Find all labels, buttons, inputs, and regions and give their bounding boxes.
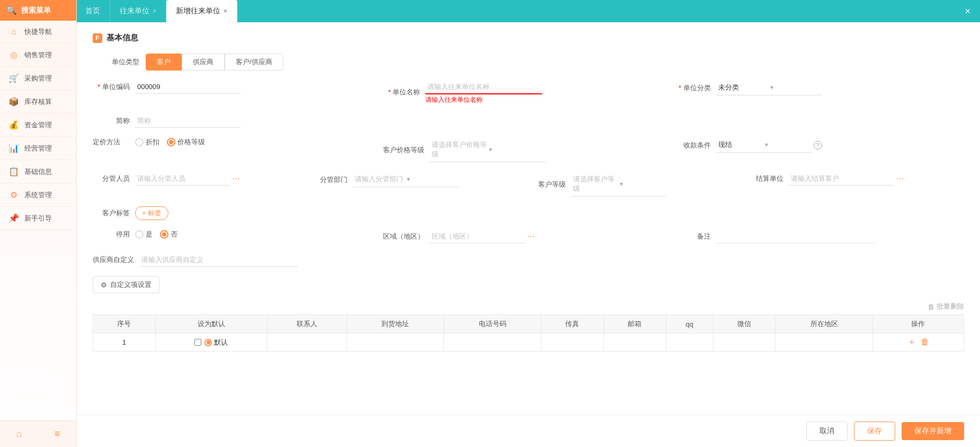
tab-units-close[interactable]: × [153, 7, 156, 15]
supplier-custom-input[interactable] [139, 253, 298, 267]
action-bar: 取消 保存 保存并新增 [77, 415, 980, 447]
row-checkbox[interactable] [194, 339, 201, 346]
disabled-yes-radio[interactable]: 是 [135, 230, 153, 239]
sales-icon: ◎ [8, 50, 19, 60]
sidebar-item-purchase[interactable]: 🛒 采购管理 [0, 67, 76, 90]
custom-settings-btn[interactable]: ⚙ 自定义项设置 [93, 276, 159, 293]
unit-category-select[interactable]: 未分类 ▾ [716, 80, 822, 95]
tab-units[interactable]: 往来单位 × [110, 0, 166, 22]
tab-units-label: 往来单位 [120, 6, 149, 16]
search-menu-btn[interactable]: 🔍 搜索菜单 [0, 0, 76, 21]
unit-btn-customer[interactable]: 客户 [146, 54, 182, 71]
row-default: 默认 [155, 334, 267, 352]
col-email: 邮箱 [603, 315, 666, 334]
tab-new-unit[interactable]: 新增往来单位 × [166, 0, 237, 22]
cancel-button[interactable]: 取消 [806, 422, 848, 441]
sidebar-item-purchase-label: 采购管理 [24, 74, 52, 83]
row-add-btn[interactable]: ＋ [906, 337, 917, 346]
batch-delete-btn[interactable]: 🗑 批量删除 [928, 302, 964, 311]
sidebar-item-quick-nav[interactable]: ⌂ 快捷导航 [0, 21, 76, 43]
sidebar-home-btn[interactable]: ⌂ [0, 425, 38, 443]
tabbar-close-btn[interactable]: × [959, 6, 976, 17]
sidebar-item-sales-label: 销售管理 [24, 50, 52, 60]
col-action: 操作 [872, 315, 964, 334]
batch-delete-icon: 🗑 [928, 303, 934, 311]
payment-term-select[interactable]: 现结 ▾ [716, 137, 812, 153]
custom-btn-label: 自定义项设置 [110, 280, 152, 290]
tab-home[interactable]: 首页 [81, 0, 110, 22]
sidebar-item-finance[interactable]: 💰 资金管理 [0, 113, 76, 137]
batch-delete-label: 批量删除 [937, 302, 964, 311]
row-region [776, 334, 872, 352]
dept-select[interactable]: 请输入分管部门 ▾ [353, 172, 459, 187]
field-unit-category: 单位分类 未分类 ▾ [674, 80, 964, 95]
unit-btn-supplier[interactable]: 供应商 [182, 54, 225, 71]
customer-level-label: 客户等级 [529, 180, 571, 189]
tag-btn-label: + 标签 [142, 208, 162, 218]
sidebar-item-operation-label: 经营管理 [24, 144, 52, 153]
payment-term-label: 收款条件 [674, 141, 716, 150]
manager-input[interactable] [135, 172, 230, 186]
area-dots-btn[interactable]: ··· [525, 232, 536, 241]
customer-price-level-arrow: ▾ [489, 146, 544, 153]
field-area: 区域（地区） ··· [383, 230, 673, 243]
row-default-radio[interactable] [204, 339, 212, 346]
sidebar: 🔍 搜索菜单 ⌂ 快捷导航 ◎ 销售管理 🛒 采购管理 📦 库存核算 💰 资金管… [0, 0, 77, 447]
unit-btn-both[interactable]: 客户/供应商 [225, 54, 283, 71]
save-button[interactable]: 保存 [854, 422, 895, 441]
pricing-discount-radio[interactable]: 折扣 [135, 137, 159, 147]
short-name-input[interactable] [135, 114, 241, 128]
sidebar-more-btn[interactable]: ≡ [38, 425, 76, 443]
form-row-1: 单位编码 单位名称 请输入往来单位名称 单位分类 未分类 ▾ [93, 80, 964, 104]
row-email [603, 334, 666, 352]
sidebar-item-guide[interactable]: 📌 新手引导 [0, 207, 76, 230]
settlement-unit-label: 结算单位 [746, 174, 789, 183]
settlement-unit-dots-btn[interactable]: ··· [895, 174, 906, 183]
disabled-yes-outer [135, 230, 144, 239]
save-new-button[interactable]: 保存并新增 [902, 422, 964, 440]
pricing-level-radio[interactable]: 价格等级 [167, 137, 205, 147]
field-unit-code: 单位编码 [93, 80, 383, 94]
settlement-unit-input[interactable] [789, 172, 895, 186]
payment-help-icon[interactable]: ? [814, 141, 822, 150]
tab-new-unit-close[interactable]: × [224, 7, 227, 15]
customer-price-level-placeholder: 请选择客户价格等级 [432, 140, 487, 159]
content-area: F 基本信息 单位类型 客户 供应商 客户/供应商 单位编码 单位名称 请输入往… [77, 22, 980, 415]
sidebar-item-system[interactable]: ⚙ 系统管理 [0, 183, 76, 207]
pricing-discount-radio-outer [135, 138, 144, 146]
row-delete-btn[interactable]: 🗑 [919, 337, 931, 346]
pricing-method-label: 定价方法 [93, 137, 135, 147]
unit-name-input[interactable] [425, 80, 542, 94]
customer-price-level-select[interactable]: 请选择客户价格等级 ▾ [430, 137, 546, 162]
sidebar-item-sales[interactable]: ◎ 销售管理 [0, 43, 76, 67]
sidebar-item-base-info[interactable]: 📋 基础信息 [0, 160, 76, 183]
unit-code-label: 单位编码 [93, 82, 135, 92]
disabled-no-inner [162, 232, 166, 236]
table-body: 1 默认 [93, 334, 964, 352]
inventory-icon: 📦 [8, 97, 19, 107]
payment-term-value: 现结 [718, 140, 763, 150]
pricing-radio-group: 折扣 价格等级 [135, 137, 205, 147]
form-row-3: 定价方法 折扣 价格等级 客户价格等级 [93, 137, 964, 162]
sidebar-item-quick-nav-label: 快捷导航 [24, 27, 52, 37]
section-icon: F [93, 33, 102, 43]
sidebar-item-operation[interactable]: 📊 经营管理 [0, 137, 76, 160]
field-manager: 分管人员 ··· [93, 172, 310, 186]
unit-code-input[interactable] [135, 80, 241, 94]
customer-level-select[interactable]: 请选择客户等级 ▾ [571, 172, 666, 197]
disabled-no-radio[interactable]: 否 [160, 230, 177, 239]
tab-home-label: 首页 [85, 6, 100, 16]
add-tag-btn[interactable]: + 标签 [135, 206, 168, 220]
area-input[interactable] [430, 230, 525, 243]
purchase-icon: 🛒 [8, 73, 19, 83]
row-wechat [713, 334, 776, 352]
field-dept: 分管部门 请输入分管部门 ▾ [310, 172, 528, 187]
search-icon: 🔍 [6, 5, 17, 15]
operation-icon: 📊 [8, 143, 19, 153]
row-default-label: 默认 [214, 338, 228, 347]
col-phone: 电话号码 [444, 315, 541, 334]
table-row: 1 默认 [93, 334, 964, 352]
manager-dots-btn[interactable]: ··· [230, 174, 242, 183]
sidebar-item-inventory[interactable]: 📦 库存核算 [0, 90, 76, 113]
remark-input[interactable] [716, 230, 875, 243]
